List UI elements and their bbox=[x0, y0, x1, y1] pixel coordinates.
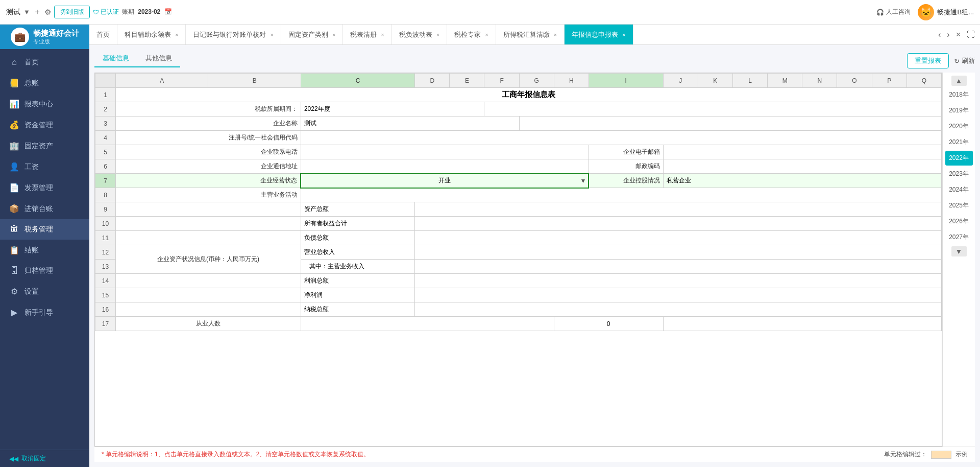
cell-title[interactable]: 工商年报信息表 bbox=[116, 88, 942, 102]
tab-taxform[interactable]: 税表清册 × bbox=[343, 25, 391, 44]
col-header-I[interactable]: I bbox=[589, 74, 663, 88]
example-icon bbox=[931, 451, 951, 459]
col-header-N[interactable]: N bbox=[802, 74, 837, 88]
col-header-K[interactable]: K bbox=[698, 74, 732, 88]
cell-11-value[interactable] bbox=[415, 231, 942, 245]
tab-close-taxcheck[interactable]: × bbox=[485, 32, 488, 38]
sidebar-item-ledger[interactable]: 📒 总账 bbox=[0, 73, 89, 94]
cell-17-value3[interactable] bbox=[663, 317, 941, 331]
sidebar-item-salary[interactable]: 👤 工资 bbox=[0, 156, 89, 177]
sidebar-item-home[interactable]: ⌂ 首页 bbox=[0, 52, 89, 73]
cell-13-value[interactable] bbox=[415, 260, 942, 274]
cell-7-holding[interactable]: 私营企业 bbox=[663, 174, 941, 188]
tab-taxwave[interactable]: 税负波动表 × bbox=[392, 25, 447, 44]
cell-7-status[interactable]: 开业 ▼ bbox=[301, 174, 589, 188]
col-header-A[interactable]: A bbox=[116, 74, 208, 88]
cell-15-label: 净利润 bbox=[301, 288, 414, 302]
tab-expand-btn[interactable]: ⛶ bbox=[965, 29, 977, 40]
year-item-2027[interactable]: 2027年 bbox=[945, 230, 973, 245]
reset-btn[interactable]: 重置报表 bbox=[907, 53, 949, 68]
year-item-2026[interactable]: 2026年 bbox=[945, 214, 973, 229]
tab-close-taxwave[interactable]: × bbox=[436, 32, 439, 38]
refresh-btn[interactable]: ↻ 刷新 bbox=[954, 56, 975, 65]
tab-close-taxform[interactable]: × bbox=[381, 32, 384, 38]
sidebar-item-reports[interactable]: 📊 报表中心 bbox=[0, 94, 89, 114]
tab-journal[interactable]: 日记账与银行对账单核对 × bbox=[186, 25, 281, 44]
cell-3-value[interactable]: 测试 bbox=[301, 116, 519, 131]
cell-14-value[interactable] bbox=[415, 274, 942, 288]
tab-income[interactable]: 所得税汇算清缴 × bbox=[496, 25, 565, 44]
col-header-O[interactable]: O bbox=[837, 74, 872, 88]
year-item-2024[interactable]: 2024年 bbox=[945, 182, 973, 197]
tab-aux[interactable]: 科目辅助余额表 × bbox=[117, 25, 186, 44]
tab-close-income[interactable]: × bbox=[554, 32, 557, 38]
switch-old-btn[interactable]: 切到旧版 bbox=[54, 6, 90, 18]
tab-close-all-btn[interactable]: × bbox=[954, 29, 963, 40]
cell-10-value[interactable] bbox=[415, 217, 942, 231]
year-item-2022[interactable]: 2022年 bbox=[945, 151, 973, 166]
tab-prev-btn[interactable]: ‹ bbox=[936, 29, 943, 40]
tab-fixed[interactable]: 固定资产类别 × bbox=[281, 25, 343, 44]
col-header-H[interactable]: H bbox=[554, 74, 589, 88]
col-header-B[interactable]: B bbox=[208, 74, 301, 88]
cell-5-email[interactable] bbox=[663, 145, 941, 159]
chevron-down-icon[interactable]: ▼ bbox=[23, 8, 30, 16]
cell-12-value[interactable] bbox=[415, 245, 942, 260]
sub-tab-other[interactable]: 其他信息 bbox=[137, 50, 180, 67]
tab-next-btn[interactable]: › bbox=[945, 29, 951, 40]
col-header-F[interactable]: F bbox=[484, 74, 519, 88]
sidebar-item-settle[interactable]: 📋 结账 bbox=[0, 240, 89, 261]
tab-close-aux[interactable]: × bbox=[175, 32, 178, 38]
tab-close-annual[interactable]: × bbox=[622, 32, 625, 38]
col-header-P[interactable]: P bbox=[872, 74, 906, 88]
tab-taxcheck[interactable]: 税检专家 × bbox=[447, 25, 496, 44]
sidebar-item-invoice[interactable]: 📄 发票管理 bbox=[0, 177, 89, 198]
year-item-2018[interactable]: 2018年 bbox=[945, 87, 973, 102]
tab-home[interactable]: 首页 bbox=[89, 25, 117, 44]
tab-close-fixed[interactable]: × bbox=[332, 32, 335, 38]
col-header-E[interactable]: E bbox=[450, 74, 484, 88]
col-header-G[interactable]: G bbox=[519, 74, 554, 88]
sidebar-item-tax[interactable]: 🏛 税务管理 bbox=[0, 219, 89, 240]
sub-tab-basic[interactable]: 基础信息 bbox=[94, 50, 137, 67]
cell-17-value2[interactable]: 0 bbox=[554, 317, 663, 331]
cell-17-value1[interactable] bbox=[301, 317, 554, 331]
col-header-M[interactable]: M bbox=[768, 74, 802, 88]
col-header-D[interactable]: D bbox=[415, 74, 450, 88]
sheet-main[interactable]: A B C D E F G H I J K L bbox=[94, 73, 942, 447]
sidebar-item-settings[interactable]: ⚙ 设置 bbox=[0, 281, 89, 302]
service-btn[interactable]: 🎧 人工咨询 bbox=[876, 8, 911, 16]
year-scroll-down-btn[interactable]: ▼ bbox=[951, 246, 967, 256]
year-item-2020[interactable]: 2020年 bbox=[945, 119, 973, 134]
col-header-J[interactable]: J bbox=[663, 74, 698, 88]
sidebar-pin-btn[interactable]: ◀◀ 取消固定 bbox=[0, 450, 89, 467]
cell-6-address[interactable] bbox=[301, 159, 589, 174]
sidebar-item-assets[interactable]: 🏢 固定资产 bbox=[0, 135, 89, 156]
sidebar-item-archive[interactable]: 🗄 归档管理 bbox=[0, 261, 89, 281]
year-item-2023[interactable]: 2023年 bbox=[945, 167, 973, 181]
cell-9-value[interactable] bbox=[415, 202, 942, 217]
year-item-2019[interactable]: 2019年 bbox=[945, 103, 973, 118]
sidebar-item-capital[interactable]: 💰 资金管理 bbox=[0, 114, 89, 135]
gear-icon[interactable]: ⚙ bbox=[44, 8, 51, 17]
cell-5-label: 企业联系电话 bbox=[116, 145, 301, 159]
year-scroll-up-btn[interactable]: ▲ bbox=[951, 76, 967, 86]
col-header-C[interactable]: C bbox=[301, 74, 414, 88]
tab-close-journal[interactable]: × bbox=[270, 32, 273, 38]
sidebar-item-guide[interactable]: ▶ 新手引导 bbox=[0, 302, 89, 323]
tax-icon: 🏛 bbox=[9, 225, 19, 234]
cell-15-value[interactable] bbox=[415, 288, 942, 302]
cell-5-phone[interactable] bbox=[301, 145, 589, 159]
year-item-2021[interactable]: 2021年 bbox=[945, 135, 973, 150]
cell-4-value[interactable] bbox=[301, 131, 941, 145]
tab-annual[interactable]: 年报信息申报表 × bbox=[565, 25, 633, 44]
cell-16-value[interactable] bbox=[415, 302, 942, 317]
add-icon[interactable]: ＋ bbox=[33, 7, 41, 17]
sidebar-item-inventory[interactable]: 📦 进销台账 bbox=[0, 198, 89, 219]
col-header-L[interactable]: L bbox=[732, 74, 767, 88]
cell-6-zip[interactable] bbox=[663, 159, 941, 174]
cell-8-value[interactable] bbox=[301, 188, 941, 202]
col-header-Q[interactable]: Q bbox=[906, 74, 941, 88]
year-item-2025[interactable]: 2025年 bbox=[945, 198, 973, 213]
cell-2-value[interactable]: 2022年度 bbox=[301, 102, 484, 116]
